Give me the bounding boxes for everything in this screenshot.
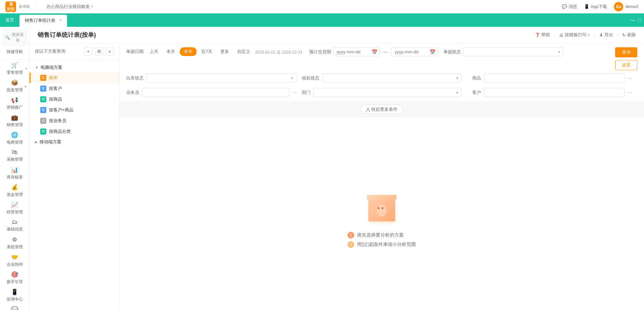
wechat-icon: 💬 [11, 306, 18, 310]
app-title[interactable]: 办公用品行业模拟账套 ▾ [46, 4, 93, 10]
tree-group-pc[interactable]: ▼ 电脑端方案 [30, 62, 119, 72]
print-icon: 🖨 [559, 33, 564, 38]
filter-row-1: 单据日期 上月 本月 本年 近7天 更多 自定义 2023-01-01 至 20… [119, 43, 644, 71]
tree-item-by-goods[interactable]: 商 按商品 [30, 94, 119, 105]
refresh-button[interactable]: ↻ 刷新 [622, 32, 636, 38]
payment-select[interactable] [322, 73, 462, 83]
date-btn-this-month[interactable]: 本月 [163, 47, 178, 56]
tree-group-mobile-arrow-icon: ▶ [35, 140, 38, 144]
tree-item-by-order[interactable]: 按 按单 [30, 72, 119, 83]
date-btn-this-year[interactable]: 本年 [180, 47, 197, 56]
tab-close-icon[interactable]: × [59, 17, 62, 22]
salesperson-label: 业务员 [126, 90, 139, 96]
sidebar-item-basic[interactable]: 🗂 基础信息 [0, 217, 29, 234]
tab-maximize-icon[interactable]: □ [638, 17, 641, 23]
expected-date-label: 预计交货期 [309, 49, 331, 55]
query-buttons: 查询 设置 [615, 47, 637, 70]
filter-section: 单据日期 上月 本月 本年 近7天 更多 自定义 2023-01-01 至 20… [119, 43, 644, 102]
calendar-start-icon[interactable]: 📅 [372, 49, 377, 55]
customer-input[interactable] [484, 88, 625, 97]
operation-icon: 📈 [11, 201, 18, 208]
dept-select[interactable] [313, 88, 462, 97]
print-dropdown-icon[interactable]: ▾ [588, 33, 590, 37]
sidebar-item-sales[interactable]: 💼 销售管理 [0, 112, 29, 130]
search-menu-button[interactable]: 🔍 搜索菜单 [3, 30, 26, 46]
avatar: Ea [614, 2, 623, 11]
sidebar-item-purchase[interactable]: 🛍 采购管理 [0, 147, 29, 164]
sidebar-item-retail[interactable]: 🛒 零售管理 ▾ [0, 60, 29, 77]
app-download-button[interactable]: 📱 App下载 [584, 4, 607, 10]
nav-group: 🛒 零售管理 ▾ 📦 批发管理 ▲ 📢 营销推广 💼 销售管理 🌐 电商管理 [0, 60, 29, 310]
left-panel: 按以下方案查询 + ⚙ « ▼ [30, 43, 119, 310]
date-range-display: 2023-01-01 至 2023-12-31 [255, 47, 302, 57]
print-button[interactable]: 🖨 按模板打印 ▾ [559, 32, 590, 38]
date-btn-custom[interactable]: 自定义 [234, 47, 254, 56]
sidebar-item-ecommerce[interactable]: 🌐 电商管理 [0, 130, 29, 147]
goods-label: 商品 [472, 75, 481, 81]
sidebar-item-corp[interactable]: 🤝 企业协同 [0, 252, 29, 269]
sidebar-item-system[interactable]: ⚙ 系统管理 [0, 234, 29, 252]
help-button[interactable]: ❓ 帮助 [535, 32, 550, 38]
add-scheme-button[interactable]: + [84, 47, 92, 55]
settings-button[interactable]: 设置 [615, 60, 637, 70]
delivery-label: 出库状态 [126, 75, 144, 81]
left-panel-header: 按以下方案查询 + ⚙ « [30, 43, 119, 60]
tree-item-by-customer[interactable]: 客 按客户 [30, 83, 119, 94]
collapse-more-button[interactable]: ⋀ 收起更多条件 [361, 105, 403, 114]
tree-item-icon-by-customer: 客 [40, 86, 46, 92]
sidebar-item-apps[interactable]: 📱 应用中心 [0, 287, 29, 304]
export-button[interactable]: ⬇ 导出 [599, 32, 613, 38]
tree-item-by-customer-goods[interactable]: 客 按客户+商品 [30, 105, 119, 115]
tree-item-by-salesperson[interactable]: 员 按业务员 [30, 115, 119, 126]
tab-home[interactable]: 首页 [0, 13, 19, 27]
filter-row-2: 出库状态 收款状态 [119, 71, 644, 86]
tabbar-end: — □ [67, 17, 644, 23]
page-actions: ❓ 帮助 | 🖨 按模板打印 ▾ | ⬇ 导出 | ↻ 刷新 [535, 32, 636, 38]
salesperson-more-icon[interactable]: ··· [292, 90, 297, 96]
sidebar-item-inventory[interactable]: 📊 库存核算 [0, 164, 29, 182]
date-btn-more[interactable]: 更多 [217, 47, 232, 56]
finance-icon: 💰 [11, 184, 18, 191]
app-title-dropdown-icon[interactable]: ▾ [91, 4, 93, 9]
sidebar-item-newbie[interactable]: 🎯 新手引导 [0, 269, 29, 287]
message-button[interactable]: 💬 消息 [562, 4, 577, 10]
add-icon: + [87, 49, 90, 54]
tab-minimize-icon[interactable]: — [630, 17, 635, 23]
page-title: 销售订单统计表(按单) [38, 31, 96, 39]
delivery-select[interactable] [146, 73, 297, 83]
quick-nav-button[interactable]: 快捷导航 [3, 47, 26, 57]
goods-input[interactable] [484, 73, 625, 83]
salesperson-input[interactable] [142, 88, 289, 97]
date-btn-last-7-days[interactable]: 近7天 [198, 47, 216, 56]
expected-date-end-wrapper: 📅 [391, 47, 438, 56]
query-button[interactable]: 查询 [615, 47, 637, 57]
sidebar-item-wechat[interactable]: 💬 企业微信 [0, 304, 29, 310]
body-layout: 🔍 搜索菜单 快捷导航 🛒 零售管理 ▾ 📦 批发管理 ▲ 📢 营销推广 [0, 27, 644, 310]
main-content: 按以下方案查询 + ⚙ « ▼ [30, 43, 644, 310]
empty-eye-left [378, 207, 379, 209]
customer-more-icon[interactable]: ··· [628, 90, 632, 96]
sidebar-item-operation[interactable]: 📈 经营管理 [0, 199, 29, 217]
empty-step-1: 1 请先选择要分析的方案 [347, 232, 416, 239]
scheme-settings-button[interactable]: ⚙ [95, 47, 103, 55]
step-1-icon: 1 [347, 232, 354, 239]
dept-select-wrapper [313, 88, 462, 97]
date-btn-last-month[interactable]: 上月 [146, 47, 162, 56]
logo-text: 标准版 [19, 4, 30, 9]
user-menu[interactable]: Ea demo2 [614, 2, 639, 11]
sidebar-item-finance[interactable]: 💰 资金管理 [0, 182, 29, 199]
empty-eye-right [382, 207, 383, 209]
sidebar-item-marketing[interactable]: 📢 营销推广 [0, 95, 29, 112]
tree-item-by-category[interactable]: 类 按商品分类 [30, 126, 119, 137]
tab-sales-order-stats[interactable]: 销售订单统计表 × [19, 15, 67, 27]
status-select[interactable] [463, 47, 564, 56]
tree-group-mobile[interactable]: ▶ 移动端方案 [30, 137, 119, 147]
sidebar-item-wholesale[interactable]: 📦 批发管理 ▲ [0, 77, 29, 95]
sidebar-top-area: 🔍 搜索菜单 快捷导航 [0, 27, 29, 60]
message-icon: 💬 [562, 4, 567, 9]
tabbar: 首页 销售订单统计表 × — □ [0, 13, 644, 27]
calendar-end-icon[interactable]: 📅 [430, 49, 435, 55]
goods-more-icon[interactable]: ··· [628, 75, 632, 81]
collapse-panel-button[interactable]: « [106, 47, 114, 55]
system-icon: ⚙ [12, 236, 17, 243]
